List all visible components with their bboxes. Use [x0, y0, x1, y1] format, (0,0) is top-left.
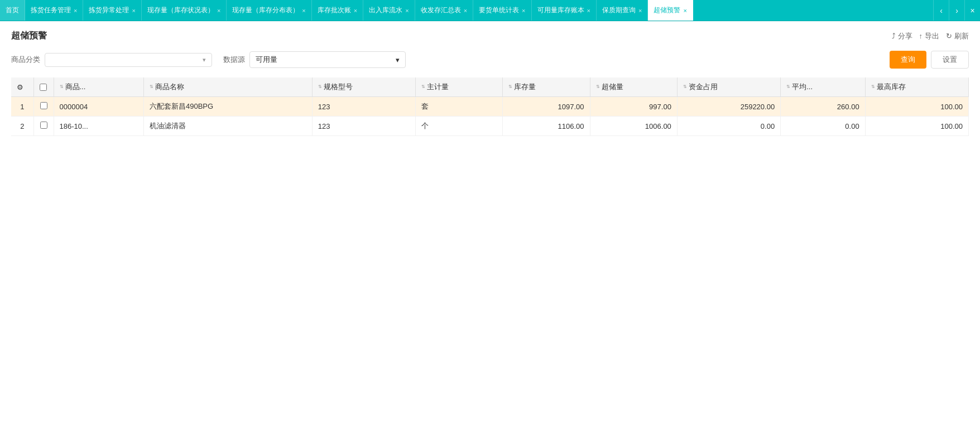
nav-item-avail[interactable]: 可用量库存账本 × [532, 0, 597, 21]
col-capital[interactable]: ⇅ 资金占用 [677, 77, 780, 97]
nav-item-stock-status[interactable]: 现存量（库存状况表） × [142, 0, 227, 21]
refresh-button[interactable]: ↻ 刷新 [946, 31, 969, 41]
col-product-name[interactable]: ⇅ 商品名称 [143, 77, 312, 97]
col-gear: ⚙ [11, 77, 33, 97]
nav-item-batch[interactable]: 库存批次账 × [312, 0, 363, 21]
nav-close-stock-status[interactable]: × [217, 7, 220, 14]
export-button[interactable]: ↑ 导出 [919, 31, 940, 41]
gear-icon[interactable]: ⚙ [17, 83, 23, 91]
col-avg[interactable]: ⇅ 平均... [781, 77, 865, 97]
row-max-stock-0: 100.00 [865, 97, 968, 117]
nav-close-overstock[interactable]: × [683, 7, 686, 14]
nav-close-exception[interactable]: × [132, 7, 135, 14]
nav-close-batch[interactable]: × [354, 7, 357, 14]
nav-label-task: 拣货任务管理 [31, 6, 71, 15]
nav-label-avail: 可用量库存账本 [537, 6, 584, 15]
nav-close-expiry[interactable]: × [638, 7, 642, 14]
settings-button[interactable]: 设置 [931, 51, 969, 69]
share-button[interactable]: ⤴ 分享 [892, 31, 912, 41]
row-capital-0: 259220.00 [677, 97, 780, 117]
sort-icon-spec: ⇅ [318, 85, 322, 89]
row-product-name-0: 六配套新昌490BPG [143, 97, 312, 117]
col-unit-label: 主计量 [427, 82, 449, 92]
nav-prev-button[interactable]: ‹ [933, 0, 949, 21]
category-chevron-icon: ▾ [203, 56, 206, 64]
col-overstock[interactable]: ⇅ 超储量 [590, 77, 677, 97]
data-table: ⚙ ⇅ 商品... ⇅ 商品名称 [11, 77, 969, 136]
row-select-0[interactable] [40, 102, 47, 109]
nav-item-stock-dist[interactable]: 现存量（库存分布表） × [227, 0, 311, 21]
sort-icon-name: ⇅ [150, 85, 153, 89]
nav-item-home[interactable]: 首页 [0, 0, 25, 21]
table-row: 2 186-10... 机油滤清器 123 个 1106.00 1006.00 … [11, 117, 969, 136]
nav-close-demand[interactable]: × [522, 7, 525, 14]
nav-item-summary[interactable]: 收发存汇总表 × [415, 0, 473, 21]
nav-close-flow[interactable]: × [405, 7, 409, 14]
row-max-stock-1: 100.00 [865, 117, 968, 136]
nav-close-summary[interactable]: × [464, 7, 467, 14]
page-header: 超储预警 ⤴ 分享 ↑ 导出 ↻ 刷新 [11, 30, 969, 42]
nav-item-task[interactable]: 拣货任务管理 × [25, 0, 83, 21]
col-capital-label: 资金占用 [689, 82, 718, 92]
col-spec[interactable]: ⇅ 规格型号 [312, 77, 415, 97]
row-stock-0: 1097.00 [503, 97, 590, 117]
row-product-name-1: 机油滤清器 [143, 117, 312, 136]
export-icon: ↑ [919, 32, 923, 40]
sort-icon-unit: ⇅ [421, 85, 425, 89]
share-icon: ⤴ [892, 32, 896, 40]
nav-label-home: 首页 [6, 6, 19, 15]
nav-close-task[interactable]: × [74, 7, 77, 14]
row-unit-1: 个 [416, 117, 503, 136]
sort-icon-capital: ⇅ [683, 85, 687, 89]
row-capital-1: 0.00 [677, 117, 780, 136]
col-stock[interactable]: ⇅ 库存量 [503, 77, 590, 97]
col-max-stock[interactable]: ⇅ 最高库存 [865, 77, 968, 97]
nav-item-exception[interactable]: 拣货异常处理 × [83, 0, 141, 21]
table-header-row: ⚙ ⇅ 商品... ⇅ 商品名称 [11, 77, 969, 97]
refresh-icon: ↻ [946, 32, 952, 40]
row-num-0: 1 [11, 97, 33, 117]
category-select[interactable]: ▾ [45, 53, 212, 67]
table-body: 1 0000004 六配套新昌490BPG 123 套 1097.00 997.… [11, 97, 969, 136]
col-spec-label: 规格型号 [324, 82, 353, 92]
nav-close-all-button[interactable]: × [964, 0, 980, 21]
page-container: 超储预警 ⤴ 分享 ↑ 导出 ↻ 刷新 商品分类 ▾ 数据源 [0, 21, 980, 145]
nav-label-demand: 要货单统计表 [479, 6, 519, 15]
nav-item-flow[interactable]: 出入库流水 × [363, 0, 415, 21]
col-overstock-label: 超储量 [602, 82, 623, 92]
select-all-checkbox[interactable] [40, 84, 47, 91]
col-product-code[interactable]: ⇅ 商品... [54, 77, 143, 97]
nav-label-batch: 库存批次账 [318, 6, 351, 15]
nav-item-overstock[interactable]: 超储预警 × [648, 0, 693, 21]
nav-label-stock-status: 现存量（库存状况表） [147, 6, 214, 15]
row-checkbox-1 [33, 117, 54, 136]
query-button[interactable]: 查询 [890, 51, 926, 69]
datasource-label: 数据源 [223, 55, 245, 65]
nav-item-expiry[interactable]: 保质期查询 × [597, 0, 648, 21]
row-unit-0: 套 [416, 97, 503, 117]
sort-icon: ⇅ [60, 85, 64, 89]
category-filter: 商品分类 ▾ [11, 53, 212, 67]
datasource-filter: 数据源 可用量 ▾ [223, 51, 406, 68]
row-overstock-0: 997.00 [590, 97, 677, 117]
datasource-chevron-icon: ▾ [396, 56, 400, 64]
col-product-code-label: 商品... [65, 82, 86, 92]
nav-next-button[interactable]: › [949, 0, 964, 21]
row-avg-0: 260.00 [781, 97, 865, 117]
row-spec-1: 123 [312, 117, 415, 136]
row-product-code-0: 0000004 [54, 97, 143, 117]
col-unit[interactable]: ⇅ 主计量 [416, 77, 503, 97]
row-num-1: 2 [11, 117, 33, 136]
nav-item-demand[interactable]: 要货单统计表 × [473, 0, 531, 21]
nav-label-summary: 收发存汇总表 [421, 6, 461, 15]
datasource-select[interactable]: 可用量 ▾ [249, 51, 406, 68]
nav-close-stock-dist[interactable]: × [302, 7, 305, 14]
page-title: 超储预警 [11, 30, 47, 42]
sort-icon-avg: ⇅ [786, 85, 790, 89]
row-checkbox-0 [33, 97, 54, 117]
refresh-label: 刷新 [954, 31, 969, 41]
nav-label-exception: 拣货异常处理 [89, 6, 129, 15]
row-select-1[interactable] [40, 122, 47, 129]
nav-close-avail[interactable]: × [587, 7, 590, 14]
sort-icon-overstock: ⇅ [596, 85, 600, 89]
